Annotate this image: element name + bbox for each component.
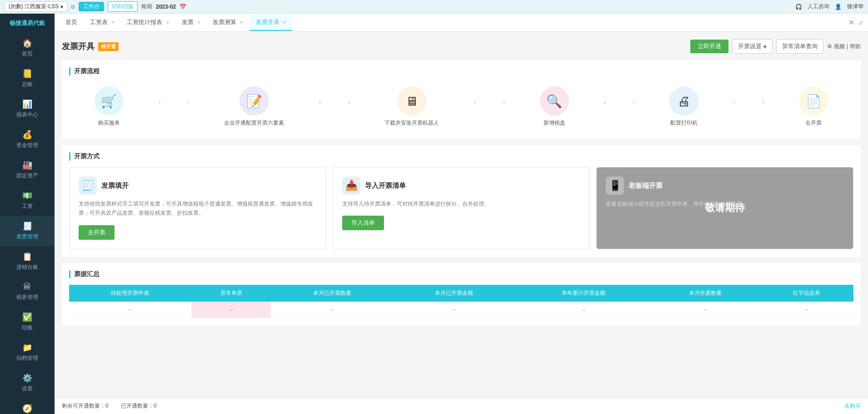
- col-header-void-count: 本月作废数量: [652, 285, 760, 302]
- top-bar-left: (勿删) 江西服室-LSS ▾ ⧉ 工作台 切到旧版 账期 2023-02 📅: [5, 1, 186, 12]
- sidebar-label-ledger: 总账: [22, 81, 33, 88]
- user-name[interactable]: 徐泽华: [847, 3, 863, 10]
- step-icon-add-taxbox: 🔍: [540, 86, 569, 116]
- reports-icon: 📊: [22, 99, 32, 109]
- abnormal-query-button[interactable]: 异常清单查询: [776, 39, 823, 54]
- arrow-2b: ›: [348, 97, 350, 116]
- sidebar-label-funds: 资金管理: [16, 141, 38, 149]
- chevron-down-icon: ▾: [763, 43, 767, 50]
- step-label-issue-invoice: 去开票: [805, 119, 822, 127]
- sidebar-item-salary[interactable]: 💵 工资: [0, 185, 55, 216]
- summary-section: 票据汇总 待处理开票申请 异常单票 本月已开票数量 本月已开票金额 本年累计开票…: [62, 263, 861, 325]
- tab-invoice-mgmt[interactable]: 发票 ×: [175, 15, 206, 31]
- guide-icon: 🧭: [22, 404, 32, 414]
- divider: |: [847, 43, 848, 50]
- step-download-robot[interactable]: 🖥 下载并安装开票机器人: [384, 86, 439, 127]
- invoice-icon: 🧾: [22, 221, 32, 231]
- sidebar-item-guide[interactable]: 🧭 新手引导: [0, 398, 55, 414]
- summary-section-title: 票据汇总: [69, 270, 853, 278]
- step-config-enterprise[interactable]: 📝 企业开通配置开票六要素: [224, 86, 284, 127]
- tab-close-all-icon[interactable]: ✕: [848, 18, 854, 27]
- tab-label-salary-report: 工资统计报表: [127, 18, 162, 26]
- sidebar-item-tax[interactable]: 🏛 税务管理: [0, 277, 55, 307]
- tab-close-salary-table[interactable]: ×: [111, 20, 114, 25]
- step-label-download-robot: 下载并安装开票机器人: [384, 119, 439, 127]
- sidebar-item-settings[interactable]: ⚙️ 设置: [0, 368, 55, 398]
- tab-close-salary-report[interactable]: ×: [166, 20, 169, 25]
- tab-close-invoice-calc[interactable]: ×: [240, 20, 243, 25]
- retro-button[interactable]: 切到旧版: [108, 1, 138, 12]
- cell-pending: --: [69, 302, 191, 318]
- step-buy-service[interactable]: 🛒 购买服务: [95, 86, 124, 127]
- step-issue-invoice[interactable]: 📄 去开票: [799, 86, 828, 127]
- page-header: 发票开具 待开通 立即开通 开票设置 ▾ 异常清单查询 ⚙ 视频 | 帮助: [62, 39, 861, 54]
- view-label[interactable]: 视频: [834, 43, 845, 50]
- sidebar-item-purchases[interactable]: 📋 进销台账: [0, 246, 55, 277]
- settings2-icon: ⚙: [827, 43, 832, 50]
- help-label[interactable]: 帮助: [850, 43, 861, 50]
- tab-close-invoice-open[interactable]: ×: [283, 20, 286, 25]
- tab-salary-report[interactable]: 工资统计报表 ×: [120, 15, 175, 31]
- copy-icon[interactable]: ⧉: [71, 4, 75, 10]
- method-btn-import[interactable]: 导入清单: [342, 216, 384, 230]
- settings-icon: ⚙️: [22, 373, 32, 383]
- open-settings-button[interactable]: 开票设置 ▾: [732, 39, 773, 54]
- service-label[interactable]: 人工咨询: [808, 3, 829, 10]
- calendar-icon[interactable]: 📅: [180, 4, 186, 10]
- tab-close-invoice-mgmt[interactable]: ×: [197, 20, 200, 25]
- method-card-manual: 🧾 发票填开 支持按照发票样式手工填写开发票；可开具增值税电子普通发票、增值税普…: [69, 167, 326, 249]
- tab-salary-table[interactable]: 工资表 ×: [84, 15, 120, 31]
- open-now-button[interactable]: 立即开通: [690, 40, 728, 53]
- method-title-manual: 发票填开: [101, 182, 129, 190]
- step-add-taxbox[interactable]: 🔍 新增税盘: [540, 86, 569, 127]
- flow-section-title: 开票流程: [69, 67, 853, 76]
- sidebar-item-home[interactable]: 🏠 首页: [0, 33, 55, 63]
- archive-icon: 📁: [22, 343, 32, 353]
- step-label-config-enterprise: 企业开通配置开票六要素: [224, 119, 284, 127]
- bottom-bar-info: 剩余可开通数量：0 已开通数量：0: [62, 402, 157, 410]
- step-label-add-taxbox: 新增税盘: [544, 119, 565, 127]
- sidebar-item-ledger[interactable]: 📒 总账: [0, 63, 55, 94]
- step-icon-config-enterprise: 📝: [239, 86, 269, 116]
- remaining-label: 剩余可开通数量：0: [62, 403, 109, 409]
- funds-icon: 💰: [22, 130, 32, 140]
- tab-invoice-open[interactable]: 发票开具 ×: [249, 15, 292, 31]
- sidebar-item-reports[interactable]: 📊 报表中心: [0, 94, 55, 124]
- tab-home[interactable]: 首页: [59, 15, 84, 31]
- summary-table: 待处理开票申请 异常单票 本月已开票数量 本月已开票金额 本年累计开票金额 本月…: [69, 285, 853, 318]
- method-card-import: 📥 导入开票清单 支持导入待开票清单，可对待开票清单进行拆分、合并处理。 导入清…: [333, 167, 590, 249]
- sidebar-item-archive[interactable]: 📁 归档管理: [0, 337, 55, 368]
- assets-icon: 🏭: [22, 160, 32, 170]
- workspace-button[interactable]: 工作台: [79, 2, 104, 11]
- tab-bar-actions: ✕ ⤢: [848, 18, 863, 27]
- tab-expand-icon[interactable]: ⤢: [858, 19, 863, 26]
- tab-label-invoice-calc: 发票测算: [213, 18, 236, 26]
- app-name: 畅捷通易代账: [4, 19, 51, 27]
- sidebar-item-funds[interactable]: 💰 资金管理: [0, 124, 55, 155]
- sidebar-label-tax: 税务管理: [16, 293, 38, 301]
- tab-label-invoice-open: 发票开具: [256, 18, 279, 26]
- sidebar-label-invoice: 发票管理: [16, 233, 38, 241]
- method-desc-manual: 支持按照发票样式手工填写开发票；可开具增值税电子普通发票、增值税普通发票、增值税…: [79, 199, 317, 218]
- company-selector[interactable]: (勿删) 江西服室-LSS ▾: [5, 1, 67, 12]
- col-header-pending: 待处理开票申请: [69, 285, 191, 302]
- tab-invoice-calc[interactable]: 发票测算 ×: [206, 15, 249, 31]
- sidebar-item-closing[interactable]: ✅ 结账: [0, 307, 55, 337]
- cell-year-amount: --: [515, 302, 652, 318]
- cell-month-amount: --: [393, 302, 515, 318]
- arrow-3: ›: [474, 97, 476, 116]
- step-config-printer[interactable]: 🖨 配置打印机: [669, 86, 698, 127]
- col-header-abnormal: 异常单票: [191, 285, 271, 302]
- buy-link[interactable]: 去购买: [844, 402, 861, 410]
- customer-service-icon: 🎧: [795, 4, 802, 10]
- sidebar-item-invoice[interactable]: 🧾 发票管理: [0, 216, 55, 246]
- arrow-5: ›: [733, 97, 736, 116]
- method-btn-manual[interactable]: 去开票: [79, 225, 115, 240]
- home-icon: 🏠: [22, 38, 32, 48]
- arrow-2: ›: [319, 97, 321, 116]
- sidebar-label-closing: 结账: [22, 324, 33, 332]
- invoice-flow-section: 开票流程 🛒 购买服务 › › 📝 企业开通配置开票六要素: [62, 60, 861, 139]
- main-layout: 畅捷通易代账 🏠 首页 📒 总账 📊 报表中心 💰 资金管理 🏭 固定资产 💵 …: [0, 14, 868, 414]
- method-header-import: 📥 导入开票清单: [342, 177, 580, 195]
- sidebar-item-assets[interactable]: 🏭 固定资产: [0, 155, 55, 185]
